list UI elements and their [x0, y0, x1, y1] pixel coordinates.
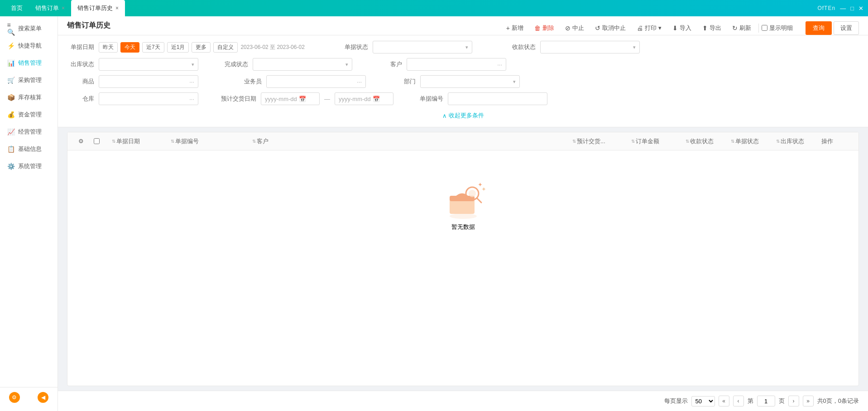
th-settings[interactable]: ⚙: [72, 138, 90, 145]
tab-sales-order[interactable]: 销售订单 ×: [29, 0, 71, 16]
sidebar-item-sales-mgmt-label: 销售管理: [18, 59, 42, 67]
often-text: OfTEn: [817, 5, 835, 11]
th-expected-delivery[interactable]: ⇅ 预计交货...: [569, 137, 628, 145]
stop-button[interactable]: ⊘ 中止: [561, 22, 589, 34]
export-label: 导出: [710, 24, 721, 32]
sidebar-item-capital-mgmt[interactable]: 💰 资金管理: [0, 106, 58, 123]
today-btn[interactable]: 今天: [120, 42, 139, 53]
customer-input[interactable]: ···: [407, 58, 506, 71]
purchase-mgmt-icon: 🛒: [7, 77, 14, 84]
refresh-icon: ↻: [732, 24, 738, 32]
quick-nav-icon: ⚡: [7, 42, 14, 49]
sidebar-settings-icon[interactable]: ⚙: [9, 392, 20, 403]
svg-text:✦: ✦: [481, 186, 486, 193]
import-button[interactable]: ⬇ 导入: [668, 22, 696, 34]
first-page-btn[interactable]: «: [719, 396, 729, 406]
operation-mgmt-icon: 📈: [7, 128, 14, 135]
th-order-status[interactable]: ⇅ 单据状态: [727, 137, 772, 145]
cancel-stop-label: 取消中止: [602, 24, 626, 32]
sidebar-item-search-menu-label: 搜索菜单: [18, 24, 42, 33]
show-detail-label[interactable]: 显示明细: [762, 24, 793, 32]
show-detail-checkbox[interactable]: [762, 25, 767, 31]
outbound-status-select[interactable]: ▾: [99, 58, 198, 71]
more-btn[interactable]: 更多: [192, 42, 211, 53]
sidebar-item-purchase-mgmt[interactable]: 🛒 采购管理: [0, 72, 58, 89]
select-all-checkbox[interactable]: [94, 138, 100, 144]
th-pay-status[interactable]: ⇅ 收款状态: [682, 137, 727, 145]
delete-icon: 🗑: [534, 24, 541, 32]
new-icon: +: [506, 24, 510, 32]
warehouse-dots-icon: ···: [189, 96, 194, 102]
delivery-end-input[interactable]: yyyy-mm-dd 📅: [335, 92, 393, 105]
th-customer[interactable]: ⇅ 客户: [249, 137, 569, 145]
next-page-btn[interactable]: ›: [788, 396, 799, 406]
new-label: 新增: [512, 24, 523, 32]
collapse-btn[interactable]: ∧ 收起更多条件: [67, 110, 859, 121]
settings-button[interactable]: 设置: [834, 21, 859, 35]
salesperson-dots-icon: ···: [357, 78, 362, 85]
completion-status-select[interactable]: ▾: [253, 58, 352, 71]
product-input[interactable]: ···: [99, 75, 198, 88]
th-outbound-status-label: 出库状态: [781, 137, 804, 145]
page-label: 页: [779, 397, 785, 405]
refresh-button[interactable]: ↻ 刷新: [728, 22, 756, 34]
sort-icon-order-status: ⇅: [731, 139, 734, 144]
delivery-start-input[interactable]: yyyy-mm-dd 📅: [261, 92, 320, 105]
tab-home[interactable]: 首页: [5, 0, 29, 16]
department-select[interactable]: ▾: [420, 75, 520, 88]
th-date[interactable]: ⇅ 单据日期: [108, 137, 167, 145]
cancel-stop-button[interactable]: ↺ 取消中止: [590, 22, 630, 34]
sidebar-item-inventory[interactable]: 📦 库存核算: [0, 89, 58, 106]
outbound-status-arrow-icon: ▾: [192, 62, 194, 68]
prev-page-btn[interactable]: ‹: [733, 396, 744, 406]
sort-icon-amount: ⇅: [631, 139, 635, 144]
window-max-btn[interactable]: □: [850, 5, 854, 12]
page-size-label: 每页显示: [664, 397, 688, 405]
th-checkbox[interactable]: [90, 138, 108, 144]
th-order-no[interactable]: ⇅ 单据编号: [167, 137, 249, 145]
tab-sales-order-history[interactable]: 销售订单历史 ×: [71, 0, 125, 16]
th-outbound-status[interactable]: ⇅ 出库状态: [772, 137, 818, 145]
sort-icon-expected-delivery: ⇅: [572, 139, 576, 144]
export-icon: ⬆: [702, 24, 708, 32]
query-button[interactable]: 查询: [806, 21, 832, 35]
last-page-btn[interactable]: »: [803, 396, 814, 406]
table-header: ⚙ ⇅ 单据日期 ⇅ 单据编号 ⇅ 客户 ⇅: [67, 132, 858, 150]
page-number-input[interactable]: [757, 396, 775, 406]
import-icon: ⬇: [672, 24, 678, 32]
th-customer-label: 客户: [257, 137, 269, 145]
sidebar-item-operation-mgmt[interactable]: 📈 经营管理: [0, 123, 58, 140]
custom-btn[interactable]: 自定义: [213, 42, 238, 53]
page-size-select[interactable]: 10 20 50 100: [691, 396, 715, 406]
sidebar-item-sys-mgmt[interactable]: ⚙️ 系统管理: [0, 158, 58, 175]
sidebar-item-quick-nav-label: 快捷导航: [18, 42, 42, 50]
yesterday-btn[interactable]: 昨天: [99, 42, 118, 53]
sort-icon-date: ⇅: [112, 139, 115, 144]
salesperson-input[interactable]: ···: [266, 75, 366, 88]
last7-btn[interactable]: 近7天: [142, 42, 164, 53]
export-button[interactable]: ⬆ 导出: [698, 22, 726, 34]
sidebar-item-basic-info[interactable]: 📋 基础信息: [0, 140, 58, 158]
tab-sales-order-history-close[interactable]: ×: [115, 5, 119, 11]
filter-area: 单据日期 昨天 今天 近7天 近1月 更多 自定义 2023-06-02 至 2…: [58, 35, 868, 127]
pay-status-select[interactable]: ▾: [540, 41, 640, 53]
sidebar-item-search-menu[interactable]: ≡🔍 搜索菜单: [0, 20, 58, 37]
new-button[interactable]: + 新增: [502, 22, 528, 34]
order-no-input[interactable]: [448, 92, 547, 105]
th-pay-status-label: 收款状态: [690, 137, 714, 145]
last1month-btn[interactable]: 近1月: [167, 42, 189, 53]
sidebar-item-sales-mgmt[interactable]: 📊 销售管理: [0, 54, 58, 72]
pagination-bar: 每页显示 10 20 50 100 « ‹ 第 页 › » 共0页，0条记录: [58, 391, 868, 411]
window-min-btn[interactable]: —: [840, 5, 846, 12]
order-status-select[interactable]: ▾: [373, 41, 472, 53]
print-button[interactable]: 🖨 打印 ▾: [632, 22, 666, 34]
th-amount[interactable]: ⇅ 订单金额: [628, 137, 682, 145]
sidebar-item-quick-nav[interactable]: ⚡ 快捷导航: [0, 37, 58, 54]
window-close-btn[interactable]: ✕: [858, 5, 863, 12]
warehouse-input[interactable]: ···: [99, 92, 198, 105]
search-menu-icon: ≡🔍: [7, 25, 14, 32]
tab-sales-order-close[interactable]: ×: [62, 5, 65, 11]
delete-button[interactable]: 🗑 删除: [530, 22, 559, 34]
sidebar-collapse-icon[interactable]: ◀: [38, 392, 48, 403]
pay-status-arrow-icon: ▾: [633, 44, 636, 50]
